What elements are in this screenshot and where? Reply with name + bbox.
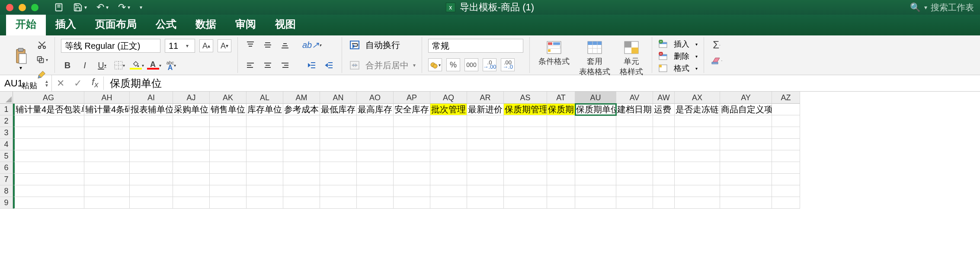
cell-AT1[interactable]: 保质期 xyxy=(547,104,575,115)
cell-AL6[interactable] xyxy=(247,162,283,174)
cell-AU2[interactable] xyxy=(575,115,616,127)
cell-AY8[interactable] xyxy=(720,185,772,197)
row-header-9[interactable]: 9 xyxy=(0,197,13,209)
increase-indent-button[interactable] xyxy=(323,59,336,71)
cell-AG5[interactable] xyxy=(13,150,84,162)
cell-AO7[interactable] xyxy=(357,174,394,185)
currency-button[interactable]: ▾ xyxy=(428,58,442,71)
cell-AO1[interactable]: 最高库存 xyxy=(357,104,394,115)
cell-AN2[interactable] xyxy=(320,115,357,127)
row-header-1[interactable]: 1 xyxy=(0,104,13,115)
underline-button[interactable]: U ▾ xyxy=(96,59,109,71)
cell-AM4[interactable] xyxy=(283,139,320,150)
font-name-dropdown[interactable]: ▾ xyxy=(61,39,160,53)
column-header-AU[interactable]: AU xyxy=(575,92,616,104)
cell-AW4[interactable] xyxy=(653,139,675,150)
cell-AQ8[interactable] xyxy=(430,185,467,197)
format-cells-button[interactable]: 格式 ▾ xyxy=(658,63,698,73)
cell-AS5[interactable] xyxy=(504,150,547,162)
cell-AY3[interactable] xyxy=(720,127,772,139)
cell-AY2[interactable] xyxy=(720,115,772,127)
select-all-corner[interactable] xyxy=(0,92,13,104)
cell-AP8[interactable] xyxy=(394,185,430,197)
cell-AU3[interactable] xyxy=(575,127,616,139)
cell-AM6[interactable] xyxy=(283,162,320,174)
cell-AS9[interactable] xyxy=(504,197,547,209)
cell-AU7[interactable] xyxy=(575,174,616,185)
cut-button[interactable] xyxy=(35,39,48,51)
cell-AS2[interactable] xyxy=(504,115,547,127)
cell-AW1[interactable]: 运费 xyxy=(653,104,675,115)
row-header-3[interactable]: 3 xyxy=(0,127,13,139)
cell-AH1[interactable]: 辅计量4条码 xyxy=(84,104,130,115)
cell-AT4[interactable] xyxy=(547,139,575,150)
cell-AW3[interactable] xyxy=(653,127,675,139)
cell-AR1[interactable]: 最新进价 xyxy=(467,104,504,115)
column-header-AV[interactable]: AV xyxy=(616,92,653,104)
decrease-font-button[interactable]: A▾ xyxy=(218,39,231,52)
cell-AQ3[interactable] xyxy=(430,127,467,139)
cell-AI4[interactable] xyxy=(130,139,173,150)
align-bottom-button[interactable] xyxy=(279,39,291,51)
font-size-input[interactable] xyxy=(165,39,183,52)
cell-AN6[interactable] xyxy=(320,162,357,174)
copy-button[interactable]: ▾ xyxy=(35,54,48,66)
cell-AK3[interactable] xyxy=(210,127,247,139)
cell-AX4[interactable] xyxy=(675,139,720,150)
cell-AM8[interactable] xyxy=(283,185,320,197)
cell-AP4[interactable] xyxy=(394,139,430,150)
column-header-AS[interactable]: AS xyxy=(504,92,547,104)
cell-AI6[interactable] xyxy=(130,162,173,174)
cell-AH2[interactable] xyxy=(84,115,130,127)
cell-AW5[interactable] xyxy=(653,150,675,162)
cell-AJ3[interactable] xyxy=(173,127,210,139)
cell-AJ7[interactable] xyxy=(173,174,210,185)
cell-AW2[interactable] xyxy=(653,115,675,127)
cell-AG6[interactable] xyxy=(13,162,84,174)
cell-AP3[interactable] xyxy=(394,127,430,139)
cell-AR2[interactable] xyxy=(467,115,504,127)
column-header-AO[interactable]: AO xyxy=(357,92,394,104)
cell-AZ3[interactable] xyxy=(772,127,800,139)
column-header-AW[interactable]: AW xyxy=(653,92,675,104)
cell-AT8[interactable] xyxy=(547,185,575,197)
spreadsheet-grid[interactable]: 123456789 AGAHAIAJAKALAMANAOAPAQARASATAU… xyxy=(0,92,980,209)
row-header-7[interactable]: 7 xyxy=(0,174,13,185)
cell-AG1[interactable]: 辅计量4是否包装单位 xyxy=(13,104,84,115)
row-header-6[interactable]: 6 xyxy=(0,162,13,174)
column-header-AM[interactable]: AM xyxy=(283,92,320,104)
cell-AH3[interactable] xyxy=(84,127,130,139)
cell-AO9[interactable] xyxy=(357,197,394,209)
formula-input[interactable]: 保质期单位 xyxy=(104,76,980,90)
cell-AJ2[interactable] xyxy=(173,115,210,127)
fx-button[interactable]: fx xyxy=(86,76,104,89)
column-header-AQ[interactable]: AQ xyxy=(430,92,467,104)
cell-AG3[interactable] xyxy=(13,127,84,139)
cell-AM5[interactable] xyxy=(283,150,320,162)
cell-AK6[interactable] xyxy=(210,162,247,174)
cell-AP5[interactable] xyxy=(394,150,430,162)
cell-AT3[interactable] xyxy=(547,127,575,139)
row-header-4[interactable]: 4 xyxy=(0,139,13,150)
cell-AT7[interactable] xyxy=(547,174,575,185)
autosum-button[interactable]: Σ · xyxy=(710,39,723,51)
cell-AG8[interactable] xyxy=(13,185,84,197)
increase-decimal-button[interactable]: .0→.00 xyxy=(483,58,496,71)
cell-AK7[interactable] xyxy=(210,174,247,185)
table-format-button[interactable]: 套用 表格格式 xyxy=(576,39,613,78)
save-button[interactable]: ▾ xyxy=(73,3,87,12)
column-header-AZ[interactable]: AZ xyxy=(772,92,800,104)
cell-AX8[interactable] xyxy=(675,185,720,197)
namebox-stepper[interactable]: ▲▼ xyxy=(45,79,49,87)
cell-AO3[interactable] xyxy=(357,127,394,139)
cell-AK2[interactable] xyxy=(210,115,247,127)
cell-AV3[interactable] xyxy=(616,127,653,139)
cell-AK9[interactable] xyxy=(210,197,247,209)
cell-AL8[interactable] xyxy=(247,185,283,197)
cell-AO4[interactable] xyxy=(357,139,394,150)
font-color-button[interactable]: A ▾ xyxy=(147,59,160,71)
cell-AU6[interactable] xyxy=(575,162,616,174)
cell-AW8[interactable] xyxy=(653,185,675,197)
cell-AN4[interactable] xyxy=(320,139,357,150)
column-header-AJ[interactable]: AJ xyxy=(173,92,210,104)
